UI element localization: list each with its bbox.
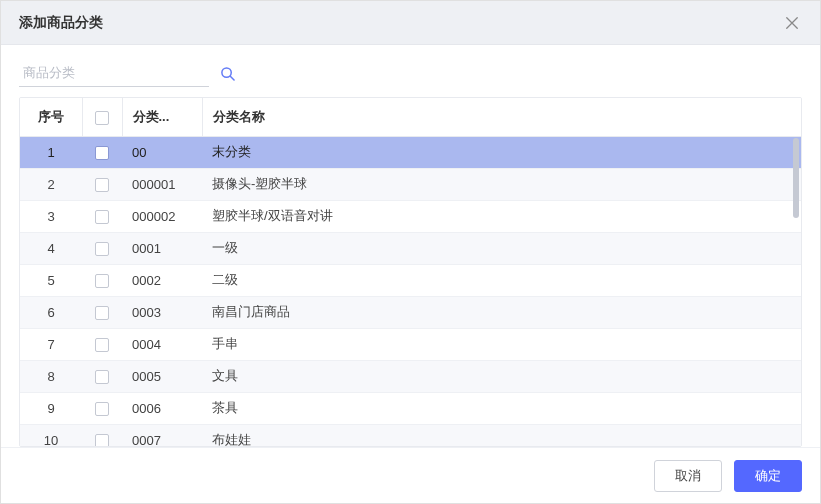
modal-title: 添加商品分类 xyxy=(19,14,103,32)
table-header: 序号 分类... 分类名称 xyxy=(20,98,801,136)
row-checkbox-cell xyxy=(82,168,122,200)
row-code: 0006 xyxy=(122,392,202,424)
row-index: 10 xyxy=(20,424,82,447)
row-checkbox[interactable] xyxy=(95,242,109,256)
row-index: 1 xyxy=(20,136,82,168)
row-name: 南昌门店商品 xyxy=(202,296,801,328)
row-checkbox-cell xyxy=(82,200,122,232)
th-name[interactable]: 分类名称 xyxy=(202,98,801,136)
row-name: 茶具 xyxy=(202,392,801,424)
row-checkbox[interactable] xyxy=(95,210,109,224)
row-checkbox-cell xyxy=(82,360,122,392)
th-select-all[interactable] xyxy=(82,98,122,136)
row-name: 布娃娃 xyxy=(202,424,801,447)
row-index: 9 xyxy=(20,392,82,424)
row-name: 二级 xyxy=(202,264,801,296)
row-code: 0001 xyxy=(122,232,202,264)
row-code: 0002 xyxy=(122,264,202,296)
row-name: 手串 xyxy=(202,328,801,360)
row-checkbox-cell xyxy=(82,328,122,360)
table-row[interactable]: 60003南昌门店商品 xyxy=(20,296,801,328)
close-icon[interactable] xyxy=(782,13,802,33)
row-checkbox-cell xyxy=(82,296,122,328)
table-row[interactable]: 80005文具 xyxy=(20,360,801,392)
row-code: 0003 xyxy=(122,296,202,328)
row-index: 2 xyxy=(20,168,82,200)
row-checkbox[interactable] xyxy=(95,274,109,288)
row-index: 5 xyxy=(20,264,82,296)
cancel-button[interactable]: 取消 xyxy=(654,460,722,492)
row-checkbox[interactable] xyxy=(95,146,109,160)
category-table: 序号 分类... 分类名称 100末分类2000001摄像头-塑胶半球30000… xyxy=(19,97,802,447)
row-checkbox[interactable] xyxy=(95,370,109,384)
confirm-button[interactable]: 确定 xyxy=(734,460,802,492)
row-code: 0007 xyxy=(122,424,202,447)
row-checkbox-cell xyxy=(82,392,122,424)
row-code: 000001 xyxy=(122,168,202,200)
row-code: 0004 xyxy=(122,328,202,360)
modal-body: 序号 分类... 分类名称 100末分类2000001摄像头-塑胶半球30000… xyxy=(1,45,820,447)
table-row[interactable]: 100007布娃娃 xyxy=(20,424,801,447)
svg-line-1 xyxy=(230,76,234,80)
table-row[interactable]: 40001一级 xyxy=(20,232,801,264)
th-code[interactable]: 分类... xyxy=(122,98,202,136)
th-index[interactable]: 序号 xyxy=(20,98,82,136)
scrollbar-thumb[interactable] xyxy=(793,138,799,218)
table-row[interactable]: 90006茶具 xyxy=(20,392,801,424)
row-checkbox[interactable] xyxy=(95,402,109,416)
search-icon[interactable] xyxy=(215,61,239,85)
row-name: 摄像头-塑胶半球 xyxy=(202,168,801,200)
row-checkbox[interactable] xyxy=(95,178,109,192)
table-row[interactable]: 100末分类 xyxy=(20,136,801,168)
row-checkbox-cell xyxy=(82,232,122,264)
table-body: 100末分类2000001摄像头-塑胶半球3000002塑胶半球/双语音对讲40… xyxy=(20,136,801,447)
row-checkbox[interactable] xyxy=(95,306,109,320)
row-name: 文具 xyxy=(202,360,801,392)
table-row[interactable]: 70004手串 xyxy=(20,328,801,360)
table-row[interactable]: 2000001摄像头-塑胶半球 xyxy=(20,168,801,200)
row-code: 000002 xyxy=(122,200,202,232)
row-checkbox-cell xyxy=(82,264,122,296)
row-checkbox-cell xyxy=(82,424,122,447)
row-code: 0005 xyxy=(122,360,202,392)
modal-footer: 取消 确定 xyxy=(1,447,820,503)
row-checkbox[interactable] xyxy=(95,434,109,447)
row-index: 7 xyxy=(20,328,82,360)
row-index: 4 xyxy=(20,232,82,264)
row-checkbox[interactable] xyxy=(95,338,109,352)
row-name: 一级 xyxy=(202,232,801,264)
modal-header: 添加商品分类 xyxy=(1,1,820,45)
row-code: 00 xyxy=(122,136,202,168)
search-input[interactable] xyxy=(19,59,209,87)
row-index: 6 xyxy=(20,296,82,328)
row-name: 末分类 xyxy=(202,136,801,168)
table-row[interactable]: 3000002塑胶半球/双语音对讲 xyxy=(20,200,801,232)
search-row xyxy=(19,59,802,87)
add-category-modal: 添加商品分类 序号 分类... 分类名称 xyxy=(0,0,821,504)
row-index: 3 xyxy=(20,200,82,232)
row-index: 8 xyxy=(20,360,82,392)
table-row[interactable]: 50002二级 xyxy=(20,264,801,296)
row-checkbox-cell xyxy=(82,136,122,168)
select-all-checkbox[interactable] xyxy=(95,111,109,125)
row-name: 塑胶半球/双语音对讲 xyxy=(202,200,801,232)
